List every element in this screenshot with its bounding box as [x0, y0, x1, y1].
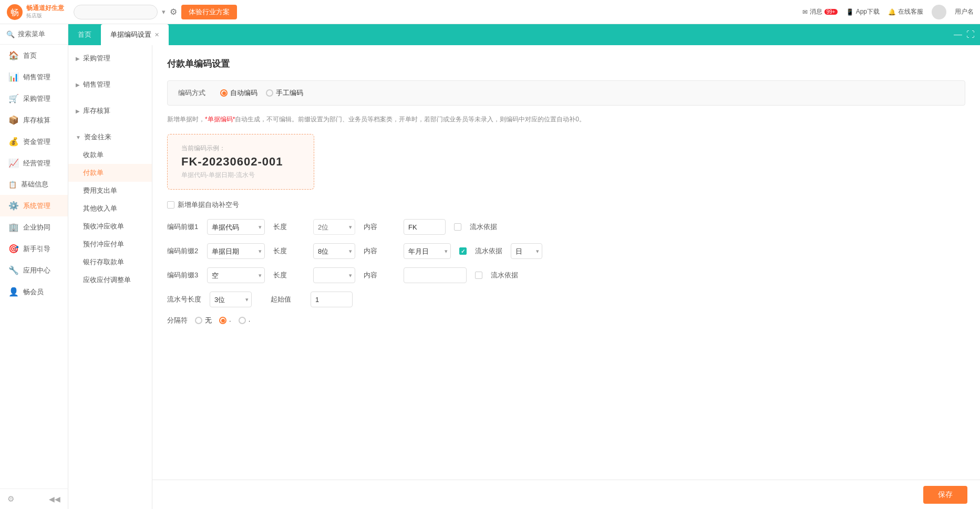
sidebar-item-label-system: 系统管理 — [23, 201, 50, 211]
message-btn[interactable]: ✉ 消息 99+ — [802, 7, 838, 16]
sub-item-payment[interactable]: 付款单 — [68, 164, 152, 182]
sidebar-item-member[interactable]: 👤 畅会员 — [0, 281, 68, 303]
sub-arrow-inventory: ▶ — [76, 108, 80, 114]
home-icon: 🏠 — [8, 50, 19, 60]
code-preview-label: 当前编码示例： — [181, 144, 300, 153]
save-button[interactable]: 保存 — [923, 486, 967, 504]
manual-encode-radio-circle — [266, 89, 273, 97]
code-preview-value: FK-20230602-001 — [181, 155, 300, 169]
tab-expand-icon[interactable]: ⛶ — [966, 30, 975, 39]
prefix2-select[interactable]: 单据日期 — [207, 243, 265, 259]
sub-header-inventory[interactable]: ▶ 库存核算 — [68, 102, 152, 120]
sidebar-item-guide[interactable]: 🎯 新手引导 — [0, 238, 68, 259]
encode-row-1: 编码前缀1 单据代码 长度 2位 内容 — [167, 219, 965, 235]
sidebar-item-inventory[interactable]: 📦 库存核算 — [0, 109, 68, 131]
content3-input[interactable] — [404, 267, 467, 283]
sidebar-item-system[interactable]: ⚙️ 系统管理 — [0, 195, 68, 216]
serial2-checkbox[interactable] — [459, 247, 467, 255]
tab-minimize-icon[interactable]: — — [954, 30, 962, 39]
sub-arrow-finance: ▼ — [76, 134, 81, 140]
header-search-input[interactable] — [74, 5, 158, 19]
length2-select-wrap: 8位 — [313, 243, 355, 259]
sidebar-item-operation[interactable]: 📈 经营管理 — [0, 152, 68, 174]
sep-dot2-label: · — [249, 317, 251, 325]
sidebar-search[interactable]: 🔍 搜索菜单 — [0, 24, 68, 45]
sub-item-ar-adjust[interactable]: 应收应付调整单 — [68, 271, 152, 289]
page-inner: 付款单编码设置 编码方式 自动编码 手工编码 — [152, 45, 980, 480]
apps-icon: 🔧 — [8, 265, 19, 275]
sub-header-purchase[interactable]: ▶ 采购管理 — [68, 49, 152, 67]
sidebar-item-label-guide: 新手引导 — [23, 244, 50, 254]
dropdown-arrow-icon[interactable]: ▾ — [162, 8, 166, 16]
info-highlight: *单据编码* — [205, 116, 235, 123]
message-label: 消息 — [810, 7, 822, 16]
separator-section: 分隔符 无 · · — [167, 316, 965, 325]
online-service-btn[interactable]: 🔔 在线客服 — [888, 7, 923, 16]
settings-icon[interactable]: ⚙ — [170, 7, 177, 17]
sidebar-item-home[interactable]: 🏠 首页 — [0, 45, 68, 66]
start-value-input[interactable] — [311, 292, 353, 307]
sidebar-item-sales[interactable]: 📊 销售管理 — [0, 66, 68, 88]
bottom-bar: 保存 — [152, 480, 980, 509]
logo-icon: 畅 — [6, 4, 23, 20]
content2-select[interactable]: 年月日 — [404, 243, 451, 259]
prefix1-select[interactable]: 单据代码 — [207, 219, 265, 235]
tab-close-icon[interactable]: ✕ — [154, 32, 159, 38]
sub-item-advance-pay[interactable]: 预付冲应付单 — [68, 235, 152, 253]
inventory-icon: 📦 — [8, 115, 19, 125]
sidebar-item-label-operation: 经营管理 — [23, 159, 50, 168]
sub-item-bank-deposit[interactable]: 银行存取款单 — [68, 253, 152, 271]
tab-encoding[interactable]: 单据编码设置 ✕ — [101, 24, 169, 45]
sidebar-item-enterprise[interactable]: 🏢 企业协同 — [0, 216, 68, 238]
app-download-btn[interactable]: 📱 App下载 — [846, 7, 880, 16]
sidebar-item-label-member: 畅会员 — [23, 287, 44, 297]
prefix2-select-wrap: 单据日期 — [207, 243, 265, 259]
sidebar-bottom: ⚙ ◀◀ — [0, 489, 68, 509]
sub-layout: ▶ 采购管理 ▶ 销售管理 ▶ 库存核算 — [68, 45, 980, 509]
online-service-icon: 🔔 — [888, 8, 896, 16]
auto-fill-checkbox[interactable] — [167, 201, 174, 209]
sub-item-advance-receive[interactable]: 预收冲应收单 — [68, 217, 152, 235]
sidebar-item-finance[interactable]: 💰 资金管理 — [0, 131, 68, 152]
sep-dot2-radio[interactable]: · — [239, 317, 251, 325]
sep-none-radio[interactable]: 无 — [195, 316, 212, 325]
main-layout: 🔍 搜索菜单 🏠 首页 📊 销售管理 🛒 采购管理 📦 库存核算 💰 资金管理 … — [0, 24, 980, 509]
left-sidebar: 🔍 搜索菜单 🏠 首页 📊 销售管理 🛒 采购管理 📦 库存核算 💰 资金管理 … — [0, 24, 68, 509]
sidebar-collapse-icon[interactable]: ◀◀ — [49, 495, 60, 503]
finance-icon: 💰 — [8, 137, 19, 147]
encode-row-3: 编码前缀3 空 长度 内容 — [167, 267, 965, 283]
manual-encode-radio[interactable]: 手工编码 — [266, 88, 303, 98]
sidebar-settings-icon[interactable]: ⚙ — [7, 494, 14, 504]
length3-select[interactable] — [313, 267, 355, 283]
serial2-unit-select[interactable]: 日 — [511, 243, 542, 259]
sidebar-item-basic[interactable]: 📋 基础信息 — [0, 174, 68, 195]
logo-text: 畅通道好生意 — [26, 4, 64, 13]
content1-label: 内容 — [364, 222, 395, 232]
sidebar-item-apps[interactable]: 🔧 应用中心 — [0, 259, 68, 281]
start-value-label: 起始值 — [271, 295, 302, 304]
sub-header-finance[interactable]: ▼ 资金往来 — [68, 128, 152, 146]
info-text: 新增单据时，*单据编码*自动生成，不可编辑。前缀设置为部门、业务员等档案类，开单… — [167, 114, 965, 124]
upgrade-btn[interactable]: 体验行业方案 — [181, 5, 237, 19]
sub-item-receipt[interactable]: 收款单 — [68, 146, 152, 164]
length2-select[interactable]: 8位 — [313, 243, 355, 259]
guide-icon: 🎯 — [8, 244, 19, 254]
serial2-label: 流水依据 — [475, 246, 502, 256]
sub-item-other-income[interactable]: 其他收入单 — [68, 200, 152, 217]
length1-select[interactable]: 2位 — [313, 219, 355, 235]
sub-header-sales[interactable]: ▶ 销售管理 — [68, 76, 152, 94]
page-content: 付款单编码设置 编码方式 自动编码 手工编码 — [152, 45, 980, 509]
sep-dot-label: · — [229, 317, 231, 325]
avatar[interactable] — [932, 5, 946, 19]
prefix3-select[interactable]: 空 — [207, 267, 265, 283]
sidebar-item-purchase[interactable]: 🛒 采购管理 — [0, 88, 68, 109]
sep-dot-radio[interactable]: · — [219, 317, 231, 325]
serial1-checkbox[interactable] — [454, 223, 461, 231]
tab-home[interactable]: 首页 — [68, 24, 101, 45]
auto-encode-radio[interactable]: 自动编码 — [220, 88, 257, 98]
sub-group-purchase: ▶ 采购管理 — [68, 45, 152, 71]
sub-item-expense[interactable]: 费用支出单 — [68, 182, 152, 200]
serial-length-select[interactable]: 3位 — [210, 292, 252, 307]
content1-input[interactable] — [404, 219, 446, 235]
serial3-checkbox[interactable] — [475, 272, 482, 279]
